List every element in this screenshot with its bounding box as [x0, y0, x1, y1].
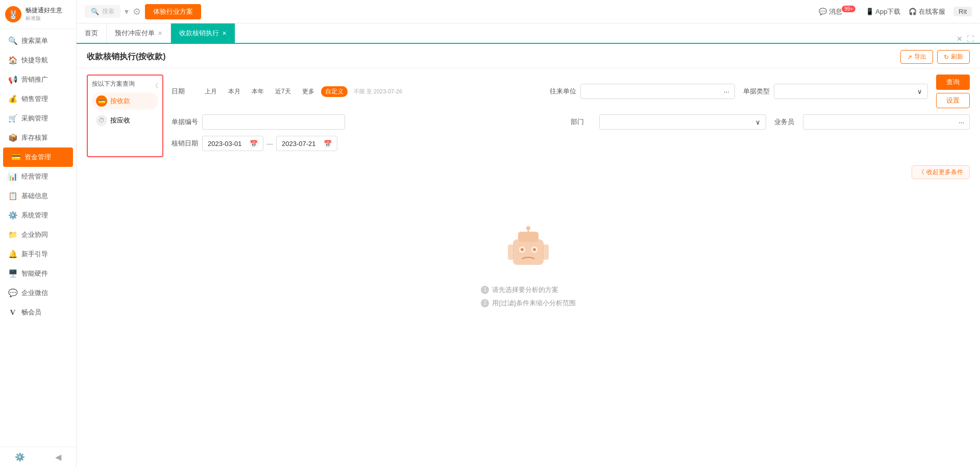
- dept-down-icon: ∨: [755, 118, 761, 126]
- sidebar-item-label: 经营管理: [21, 172, 48, 181]
- tab-home[interactable]: 首页: [77, 23, 107, 43]
- staff-select[interactable]: ···: [803, 114, 970, 130]
- online-service-link[interactable]: 🎧 在线客服: [909, 7, 945, 16]
- setting-button[interactable]: 设置: [936, 93, 970, 108]
- collapse-more-label: 收起更多条件: [926, 168, 963, 177]
- svg-point-3: [526, 226, 530, 230]
- sidebar-item-label: 系统管理: [21, 211, 48, 220]
- date-btn-last-month[interactable]: 上月: [200, 86, 222, 97]
- writeoff-date-range: 2023-03-01 📅 — 2023-07-21 📅: [202, 136, 970, 151]
- writeoff-date-end-input[interactable]: 2023-07-21 📅: [276, 136, 337, 151]
- svg-point-9: [533, 248, 536, 251]
- doc-type-select[interactable]: ∨: [774, 84, 928, 99]
- message-icon[interactable]: 💬 消息 99+: [819, 7, 857, 16]
- tab-prepay-close[interactable]: ✕: [158, 30, 162, 37]
- filter-form: 日期 上月 本月 本年 近7天 更多 自定义 不限 至 2023-07-26: [172, 75, 970, 157]
- doc-no-label: 单据编号: [172, 117, 198, 127]
- svg-point-8: [521, 248, 524, 251]
- sidebar-item-operation[interactable]: 📊 经营管理: [0, 167, 76, 186]
- sidebar-item-label: 畅会员: [21, 308, 41, 317]
- filter-option-by-receipt[interactable]: 💳 按收款: [92, 92, 158, 110]
- collapse-more-button[interactable]: 《 收起更多条件: [912, 165, 970, 179]
- basic-icon: 📋: [8, 191, 17, 201]
- page-inner: 收款核销执行(按收款) ↗ 导出 ↻ 刷新 按以下方: [77, 44, 980, 467]
- header-search-area[interactable]: 🔍 搜索: [85, 5, 120, 18]
- trial-button[interactable]: 体验行业方案: [145, 4, 201, 19]
- sidebar-item-label: 营销推广: [21, 75, 48, 84]
- dept-select[interactable]: ∨: [599, 114, 766, 130]
- tab-bar: 首页 预付冲应付单 ✕ 收款核销执行 ✕ ✕ ⛶: [77, 23, 980, 44]
- filter-option-label: 按应收: [110, 116, 130, 125]
- header-dropdown-icon[interactable]: ▾: [125, 7, 129, 16]
- writeoff-date-label: 核销日期: [172, 139, 198, 148]
- sidebar-item-hardware[interactable]: 🖥️ 智能硬件: [0, 264, 76, 283]
- sidebar-item-wechat[interactable]: 💬 企业微信: [0, 283, 76, 303]
- user-avatar[interactable]: Rit: [953, 7, 972, 16]
- svg-rect-5: [543, 244, 549, 260]
- date-btn-this-year[interactable]: 本年: [247, 86, 268, 97]
- member-icon: V: [8, 308, 17, 317]
- tab-home-label: 首页: [85, 29, 98, 38]
- logo-name: 畅捷通好生意: [26, 7, 62, 15]
- filter-row-2: 单据编号 部门 ∨ 业务员: [172, 114, 970, 130]
- refresh-button[interactable]: ↻ 刷新: [937, 50, 970, 64]
- filter-panel-title: 按以下方案查询: [92, 80, 135, 88]
- page-title-bar: 收款核销执行(按收款) ↗ 导出 ↻ 刷新: [77, 44, 980, 68]
- sidebar-item-purchase[interactable]: 🛒 采购管理: [0, 109, 76, 128]
- main-area: 🔍 搜索 ▾ ⚙ 体验行业方案 💬 消息 99+ 📱 App下载 🎧 在线客服: [77, 0, 980, 467]
- sidebar-collapse-button[interactable]: ◀: [55, 452, 61, 462]
- sidebar-item-basic[interactable]: 📋 基础信息: [0, 186, 76, 206]
- sidebar-item-search[interactable]: 🔍 搜索菜单: [0, 31, 76, 51]
- staff-label: 业务员: [774, 117, 799, 127]
- empty-tip-2: 2 用[过滤]条件来缩小分析范围: [481, 297, 575, 310]
- doc-type-down-icon: ∨: [917, 88, 922, 95]
- filter-area: 按以下方案查询 《 💳 按收款 ⏱ 按应收: [77, 68, 980, 163]
- sidebar-item-label: 资金管理: [24, 153, 51, 162]
- settings-bottom-icon[interactable]: ⚙️: [15, 452, 25, 462]
- sidebar-item-label: 新手引导: [21, 250, 48, 259]
- sidebar-item-label: 企业微信: [21, 288, 48, 298]
- tab-expand-icon[interactable]: ⛶: [967, 35, 974, 43]
- sidebar-item-guide[interactable]: 🔔 新手引导: [0, 244, 76, 264]
- tab-receipt-writeoff[interactable]: 收款核销执行 ✕: [171, 23, 235, 43]
- sidebar-item-enterprise[interactable]: 📁 企业协同: [0, 225, 76, 244]
- writeoff-date-start-input[interactable]: 2023-03-01 📅: [202, 136, 263, 151]
- sidebar-item-sales[interactable]: 💰 销售管理: [0, 89, 76, 109]
- sidebar-item-member[interactable]: V 畅会员: [0, 303, 76, 322]
- doc-no-input[interactable]: [202, 114, 345, 130]
- empty-state: 1 请先选择要分析的方案 2 用[过滤]条件来缩小分析范围: [77, 183, 980, 351]
- writeoff-date-start-value: 2023-03-01: [208, 140, 242, 148]
- empty-tips: 1 请先选择要分析的方案 2 用[过滤]条件来缩小分析范围: [481, 283, 575, 310]
- by-receipt-icon: 💳: [96, 95, 107, 107]
- sidebar-item-system[interactable]: ⚙️ 系统管理: [0, 206, 76, 225]
- date-btn-custom[interactable]: 自定义: [321, 86, 348, 97]
- date-btn-this-month[interactable]: 本月: [224, 86, 245, 97]
- home-icon: 🏠: [8, 56, 17, 65]
- query-button[interactable]: 查询: [936, 75, 970, 90]
- sales-icon: 💰: [8, 94, 17, 104]
- inventory-icon: 📦: [8, 133, 17, 142]
- doc-type-label: 单据类型: [743, 87, 770, 96]
- doc-no-field: 单据编号: [172, 114, 562, 130]
- filter-option-by-receivable[interactable]: ⏱ 按应收: [92, 112, 158, 129]
- export-button[interactable]: ↗ 导出: [900, 50, 933, 64]
- logo-sub: 标准版: [26, 15, 62, 22]
- tab-receipt-close[interactable]: ✕: [222, 30, 227, 37]
- tab-prepay[interactable]: 预付冲应付单 ✕: [107, 23, 171, 43]
- filter-panel-collapse[interactable]: 《: [152, 82, 158, 90]
- sidebar-item-inventory[interactable]: 📦 库存核算: [0, 128, 76, 148]
- sidebar-item-finance[interactable]: 💳 资金管理: [3, 148, 73, 167]
- header-settings-icon[interactable]: ⚙: [133, 6, 141, 17]
- sidebar-item-marketing[interactable]: 📢 营销推广: [0, 70, 76, 89]
- filter-option-label: 按收款: [110, 96, 130, 106]
- writeoff-date-end-value: 2023-07-21: [282, 140, 316, 148]
- tab-close-all-icon[interactable]: ✕: [957, 35, 963, 43]
- date-btn-7days[interactable]: 近7天: [271, 86, 296, 97]
- sidebar-item-quick-nav[interactable]: 🏠 快捷导航: [0, 51, 76, 70]
- app-download-link[interactable]: 📱 App下载: [866, 7, 900, 16]
- filter-row-3: 核销日期 2023-03-01 📅 — 2023-07-21 📅: [172, 136, 970, 151]
- partner-select[interactable]: ···: [580, 84, 735, 99]
- top-header: 🔍 搜索 ▾ ⚙ 体验行业方案 💬 消息 99+ 📱 App下载 🎧 在线客服: [77, 0, 980, 23]
- date-btn-more[interactable]: 更多: [298, 86, 319, 97]
- svg-rect-1: [518, 232, 538, 242]
